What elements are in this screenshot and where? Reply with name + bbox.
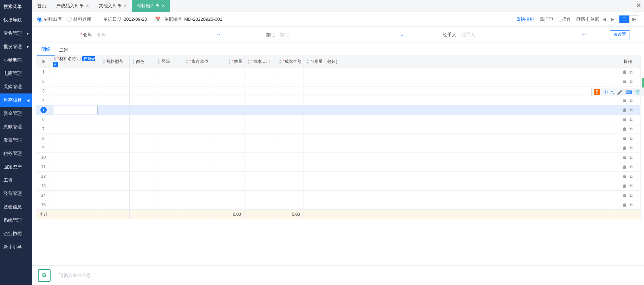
delete-row-icon[interactable]: 🗑 [623, 193, 627, 198]
delete-row-icon[interactable]: 🗑 [623, 108, 627, 112]
department-input[interactable] [278, 30, 398, 39]
delete-row-icon[interactable]: 🗑 [623, 79, 627, 84]
insert-row-icon[interactable]: ⧉ [630, 127, 633, 131]
col-material-name[interactable]: ▲▼*材料名称ⓘ扫码录入 [51, 56, 100, 67]
table-row[interactable]: 7🗑⧉ [36, 124, 640, 134]
table-row[interactable]: 9🗑⧉ [36, 143, 640, 153]
insert-row-icon[interactable]: ⧉ [630, 145, 633, 150]
settings-button[interactable]: ⚙ 设置 [610, 30, 630, 39]
insert-row-icon[interactable]: ⧉ [630, 98, 633, 103]
subtab-detail[interactable]: 明细 [37, 44, 55, 56]
ime-keyboard-icon[interactable]: ⌨ [625, 90, 632, 95]
sidebar-item-6[interactable]: 采购管理 [0, 80, 32, 93]
sidebar-item-4[interactable]: 小畅电商 [0, 53, 32, 67]
sidebar-item-10[interactable]: 发票管理 [0, 134, 32, 147]
add-row-icon[interactable]: + [40, 107, 47, 113]
department-dropdown-icon[interactable]: ⌄ [400, 32, 404, 37]
sidebar-item-14[interactable]: 经营管理 [0, 187, 32, 200]
warehouse-more-icon[interactable]: ··· [217, 32, 222, 37]
sidebar-item-9[interactable]: 总账管理 [0, 120, 32, 134]
calendar-icon[interactable]: 📅 [155, 17, 161, 22]
insert-row-icon[interactable]: ⧉ [630, 202, 633, 207]
table-row[interactable]: 8🗑⧉ [36, 134, 640, 143]
table-row[interactable]: +🗑⧉ [36, 105, 640, 115]
sidebar-item-8[interactable]: 资金管理 [0, 107, 32, 120]
tab-close-icon[interactable]: ✕ [86, 4, 89, 8]
subtab-2d[interactable]: 二维 [55, 45, 72, 56]
doc-date-value[interactable]: 2022-09-20 [124, 17, 147, 22]
sidebar-item-18[interactable]: 新手引导 [0, 240, 32, 254]
col-cost[interactable]: ▲▼*成本...ⓘ [245, 56, 273, 67]
sidebar-item-17[interactable]: 企业协同 [0, 227, 32, 240]
insert-row-icon[interactable]: ⧉ [630, 136, 633, 141]
material-name-input[interactable] [53, 106, 98, 114]
col-color[interactable]: ▲▼颜色 [130, 56, 155, 67]
handler-input[interactable] [460, 30, 579, 39]
delete-row-icon[interactable]: 🗑 [623, 174, 627, 179]
view-list-icon[interactable]: ☰ [619, 15, 629, 23]
view-card-icon[interactable]: 8≡ [629, 15, 639, 23]
radio-material-return[interactable]: 材料退库 [67, 16, 91, 22]
sidebar-item-0[interactable]: 搜索菜单 [0, 0, 32, 13]
tab-2[interactable]: 其他入库单✕ [94, 0, 132, 12]
sidebar-item-11[interactable]: 税务管理 [0, 147, 32, 160]
table-row[interactable]: 10🗑⧉ [36, 153, 640, 162]
delete-row-icon[interactable]: 🗑 [623, 183, 627, 188]
tab-close-icon[interactable]: ✕ [162, 4, 165, 8]
ime-punct-icon[interactable]: °, [611, 90, 614, 95]
tab-3[interactable]: 材料出库单✕ [132, 0, 170, 12]
table-row[interactable]: 3🗑⧉ [36, 86, 640, 96]
col-spec[interactable]: ▲▼规格型号 [100, 56, 130, 67]
insert-row-icon[interactable]: ⧉ [630, 155, 633, 160]
insert-row-icon[interactable]: ⧉ [630, 183, 633, 188]
delete-row-icon[interactable]: 🗑 [623, 145, 627, 150]
table-row[interactable]: 2🗑⧉ [36, 77, 640, 86]
shortcut-button[interactable]: 🖺 快捷键 [516, 16, 534, 22]
handler-more-icon[interactable]: ··· [581, 32, 586, 37]
insert-row-icon[interactable]: ⧉ [630, 79, 633, 84]
operate-button[interactable]: ⬚ 操作 [558, 16, 571, 22]
history-button[interactable]: 🗐 历史单据 [576, 16, 599, 22]
col-qty[interactable]: ▲▼*数量 [214, 56, 245, 67]
radio-material-out[interactable]: 材料出库 [37, 16, 62, 22]
insert-row-icon[interactable]: ⧉ [630, 117, 633, 122]
delete-row-icon[interactable]: 🗑 [623, 164, 627, 169]
delete-row-icon[interactable]: 🗑 [623, 136, 627, 141]
tab-1[interactable]: 产成品入库单✕ [51, 0, 94, 12]
table-row[interactable]: 1🗑⧉ [36, 67, 640, 77]
table-row[interactable]: 11🗑⧉ [36, 162, 640, 172]
note-icon[interactable]: 🗎 [38, 269, 51, 282]
insert-row-icon[interactable]: ⧉ [630, 164, 633, 169]
sidebar-item-5[interactable]: 电商管理 [0, 67, 32, 80]
insert-row-icon[interactable]: ⧉ [630, 70, 633, 75]
pager-prev-icon[interactable]: ◀ [601, 16, 607, 22]
tab-0[interactable]: 首页 [32, 0, 51, 12]
delete-row-icon[interactable]: 🗑 [623, 127, 627, 131]
remark-input[interactable] [59, 273, 638, 278]
delete-row-icon[interactable]: 🗑 [623, 155, 627, 160]
ime-toolbar[interactable]: S 中 °, 🎤 ⌨ 👕 [591, 88, 644, 96]
col-cost-amount[interactable]: ▲▼*成本金额 [273, 56, 304, 67]
delete-row-icon[interactable]: 🗑 [623, 98, 627, 103]
delete-row-icon[interactable]: 🗑 [623, 117, 627, 122]
sidebar-item-13[interactable]: 工资 [0, 174, 32, 187]
tab-close-icon[interactable]: ✕ [124, 4, 127, 8]
ime-lang[interactable]: 中 [604, 89, 608, 95]
table-row[interactable]: 13🗑⧉ [36, 181, 640, 191]
sidebar-item-16[interactable]: 系统管理 [0, 214, 32, 227]
delete-row-icon[interactable]: 🗑 [623, 202, 627, 207]
table-row[interactable]: 15🗑⧉ [36, 200, 640, 210]
col-stock-unit[interactable]: ▲▼*库存单位 [183, 56, 214, 67]
float-handle[interactable] [642, 78, 644, 88]
sidebar-item-12[interactable]: 固定资产 [0, 160, 32, 174]
table-row[interactable]: 4🗑⧉ [36, 96, 640, 105]
delete-row-icon[interactable]: 🗑 [623, 70, 627, 75]
col-available[interactable]: ▲▼可用量（包装） [304, 56, 615, 67]
ime-mic-icon[interactable]: 🎤 [617, 90, 623, 95]
settings-col-icon[interactable]: ⚙ [36, 56, 51, 67]
table-row[interactable]: 12🗑⧉ [36, 172, 640, 181]
insert-row-icon[interactable]: ⧉ [630, 108, 633, 112]
warehouse-input[interactable] [96, 30, 215, 39]
table-row[interactable]: 6🗑⧉ [36, 115, 640, 124]
table-row[interactable]: 14🗑⧉ [36, 191, 640, 200]
